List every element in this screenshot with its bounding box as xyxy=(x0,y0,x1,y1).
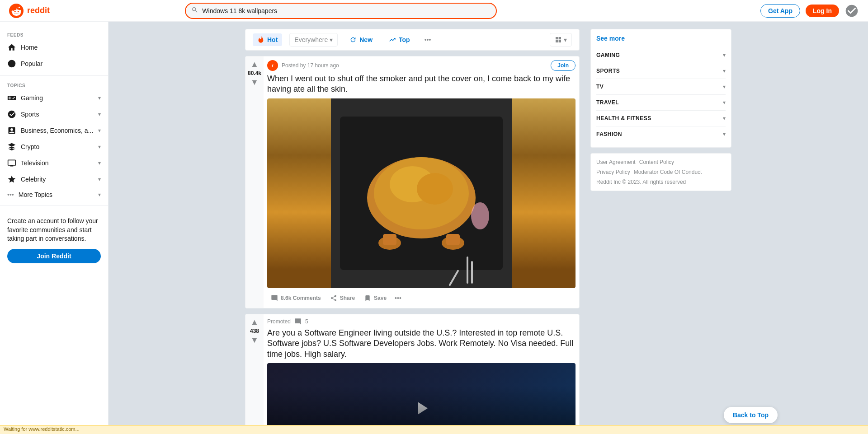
topic-row-gaming[interactable]: GAMING ▾ xyxy=(596,47,726,63)
feed-column: Hot Everywhere ▾ New Top ••• ▾ xyxy=(245,29,580,434)
flame-icon xyxy=(257,36,264,43)
sidebar-item-gaming[interactable]: Gaming ▾ xyxy=(0,90,108,106)
post-card-1: ▲ 80.4k ▼ r Posted by 17 hours ago Join … xyxy=(245,56,580,308)
promoted-count: 5 xyxy=(305,318,308,325)
top-nav-item[interactable]: Top xyxy=(384,33,415,46)
see-more-button[interactable]: See more xyxy=(596,35,726,42)
sidebar-item-television[interactable]: Television ▾ xyxy=(0,155,108,171)
topic-chevron-gaming: ▾ xyxy=(723,52,726,58)
topic-row-tv[interactable]: TV ▾ xyxy=(596,79,726,95)
topic-row-travel[interactable]: TRAVEL ▾ xyxy=(596,95,726,111)
login-button[interactable]: Log In xyxy=(806,5,839,17)
topic-chevron-sports: ▾ xyxy=(723,68,726,74)
save-button-1[interactable]: Save xyxy=(360,292,390,304)
upvote-button-1[interactable]: ▲ xyxy=(250,60,259,68)
promoted-badge: Promoted xyxy=(267,318,291,325)
popular-label: Popular xyxy=(21,60,101,67)
topic-chevron-travel: ▾ xyxy=(723,99,726,106)
post-content-1: r Posted by 17 hours ago Join When I wen… xyxy=(264,56,579,308)
new-icon xyxy=(349,36,357,43)
post-image-1[interactable] xyxy=(267,98,576,288)
status-bar: Waiting for www.redditstatic.com... xyxy=(0,425,868,434)
search-icon xyxy=(191,6,198,15)
promoted-comment-icon xyxy=(294,318,302,325)
share-button-1[interactable]: Share xyxy=(326,292,359,304)
vote-count-2: 438 xyxy=(250,328,259,334)
everywhere-dropdown[interactable]: Everywhere ▾ xyxy=(289,33,338,47)
chicken-image-svg xyxy=(267,98,576,288)
save-icon-1 xyxy=(364,294,371,302)
search-bar[interactable] xyxy=(185,3,497,19)
sidebar-item-celebrity[interactable]: Celebrity ▾ xyxy=(0,171,108,187)
get-app-button[interactable]: Get App xyxy=(760,4,800,18)
right-column: See more GAMING ▾ SPORTS ▾ TV ▾ TRAVEL ▾ xyxy=(590,29,731,434)
sidebar-item-home[interactable]: Home xyxy=(0,39,108,56)
downvote-button-1[interactable]: ▼ xyxy=(250,78,259,86)
footer-link-row-1: User Agreement Content Policy xyxy=(596,159,726,165)
sidebar-item-more-topics[interactable]: ••• More Topics ▾ xyxy=(0,187,108,202)
gaming-chevron: ▾ xyxy=(98,95,101,101)
topic-row-sports[interactable]: SPORTS ▾ xyxy=(596,63,726,79)
post-content-2: Promoted 5 Are you a Software Engineer l… xyxy=(264,314,579,434)
nav-more-button[interactable]: ••• xyxy=(422,33,434,46)
television-label: Television xyxy=(21,159,94,167)
join-reddit-button[interactable]: Join Reddit xyxy=(7,249,101,263)
reddit-logo[interactable]: reddit xyxy=(9,4,50,18)
topic-row-health[interactable]: HEALTH & FITNESS ▾ xyxy=(596,111,726,126)
main-content: Hot Everywhere ▾ New Top ••• ▾ xyxy=(108,22,868,434)
footer-link-privacy-policy[interactable]: Privacy Policy xyxy=(596,169,630,175)
upvote-button-2[interactable]: ▲ xyxy=(250,318,259,326)
more-topics-label: More Topics xyxy=(19,191,94,198)
gaming-label: Gaming xyxy=(21,94,94,102)
sports-icon xyxy=(7,110,16,119)
layout-toggle[interactable]: ▾ xyxy=(550,33,572,47)
new-nav-item[interactable]: New xyxy=(345,33,377,46)
crypto-chevron: ▾ xyxy=(98,144,101,150)
sidebar-item-popular[interactable]: Popular xyxy=(0,56,108,72)
search-input[interactable] xyxy=(202,7,491,14)
comments-button-1[interactable]: 8.6k Comments xyxy=(267,292,325,304)
post-more-button-1[interactable]: ••• xyxy=(392,292,404,304)
sidebar-divider-1 xyxy=(0,75,108,76)
post-meta-1: Posted by 17 hours ago xyxy=(282,62,339,69)
user-menu[interactable] xyxy=(844,4,859,18)
sidebar-item-sports[interactable]: Sports ▾ xyxy=(0,106,108,122)
share-icon-1 xyxy=(330,294,337,302)
sidebar-item-crypto[interactable]: Crypto ▾ xyxy=(0,139,108,155)
hot-nav-item[interactable]: Hot xyxy=(253,33,282,46)
topic-label-travel: TRAVEL xyxy=(596,99,619,106)
popular-icon xyxy=(7,59,16,68)
post-title-1[interactable]: When I went out to shut off the smoker a… xyxy=(267,74,576,95)
topic-label-health: HEALTH & FITNESS xyxy=(596,115,651,121)
vote-column-1: ▲ 80.4k ▼ xyxy=(245,56,264,308)
layout-chevron: ▾ xyxy=(564,36,567,43)
topic-chevron-health: ▾ xyxy=(723,115,726,121)
footer-link-user-agreement[interactable]: User Agreement xyxy=(596,159,636,165)
downvote-button-2[interactable]: ▼ xyxy=(250,336,259,344)
topic-chevron-fashion: ▾ xyxy=(723,131,726,137)
join-button-1[interactable]: Join xyxy=(551,60,576,71)
vote-column-2: ▲ 438 ▼ xyxy=(245,314,264,434)
share-label-1: Share xyxy=(340,295,355,301)
crypto-label: Crypto xyxy=(21,143,94,150)
footer-link-moderator-code[interactable]: Moderator Code Of Conduct xyxy=(634,169,702,175)
header-actions: Get App Log In xyxy=(760,4,859,18)
vote-count-1: 80.4k xyxy=(248,70,261,76)
television-chevron: ▾ xyxy=(98,160,101,166)
page-layout: FEEDS Home Popular TOPICS Gaming ▾ Sport… xyxy=(0,0,868,434)
sidebar-item-business[interactable]: Business, Economics, a... ▾ xyxy=(0,122,108,139)
new-label: New xyxy=(359,36,373,43)
svg-rect-13 xyxy=(471,261,473,284)
topic-row-fashion[interactable]: FASHION ▾ xyxy=(596,126,726,142)
back-to-top-button[interactable]: Back to Top xyxy=(724,407,778,423)
save-label-1: Save xyxy=(374,295,387,301)
sports-label: Sports xyxy=(21,111,94,118)
svg-rect-12 xyxy=(467,257,468,284)
footer-link-row-2: Privacy Policy Moderator Code Of Conduct xyxy=(596,169,726,175)
video-thumbnail-2[interactable] xyxy=(267,363,576,434)
more-topics-icon: ••• xyxy=(7,191,14,198)
footer-link-content-policy[interactable]: Content Policy xyxy=(639,159,674,165)
sidebar-divider-2 xyxy=(0,205,108,206)
post-header-1: r Posted by 17 hours ago Join xyxy=(267,60,576,71)
post-title-2[interactable]: Are you a Software Engineer living outsi… xyxy=(267,328,576,359)
